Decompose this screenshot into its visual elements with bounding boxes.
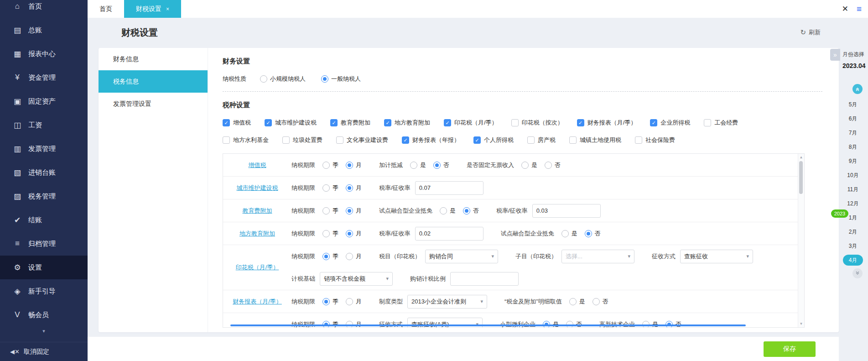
radio-option[interactable]: 否 — [463, 207, 479, 215]
rate-input[interactable] — [415, 181, 483, 195]
sidebar-item-purchase-sale[interactable]: ▧进销台账 — [0, 161, 88, 184]
month-item[interactable]: 3月 — [841, 239, 865, 253]
radio-unchecked-icon[interactable] — [322, 230, 330, 237]
sidebar-item-member[interactable]: V畅会员 — [0, 303, 88, 327]
radio-option[interactable]: 是 — [642, 320, 658, 328]
stamp-item-select[interactable]: 购销合同▾ — [425, 250, 498, 263]
month-item[interactable]: 9月 — [841, 154, 865, 168]
sidebar-item-fixed-assets[interactable]: ▣固定资产 — [0, 89, 88, 113]
tax-type-checkbox[interactable]: 地方教育附加 — [384, 119, 430, 127]
month-item[interactable]: 10月 — [841, 168, 865, 183]
radio-unchecked-icon[interactable] — [545, 162, 552, 169]
system-type-select[interactable]: 2013小企业会计准则▾ — [407, 295, 487, 309]
checkbox-checked-icon[interactable] — [577, 119, 584, 126]
sidebar-item-closing[interactable]: ✔结账 — [0, 208, 88, 232]
checkbox-unchecked-icon[interactable] — [282, 136, 290, 144]
radio-checked-icon[interactable] — [433, 162, 441, 169]
radio-option[interactable]: 否 — [593, 298, 608, 306]
checkbox-checked-icon[interactable] — [265, 119, 272, 126]
radio-option[interactable]: 否 — [433, 161, 449, 169]
checkbox-checked-icon[interactable] — [223, 119, 230, 126]
radio-option[interactable]: 否 — [665, 320, 681, 328]
tab-home[interactable]: 首页 — [88, 0, 124, 18]
checkbox-unchecked-icon[interactable] — [704, 119, 711, 126]
checkbox-checked-icon[interactable] — [473, 136, 481, 144]
month-item[interactable]: 6月 — [841, 112, 865, 126]
tax-type-checkbox[interactable]: 印花税（按次） — [511, 119, 563, 127]
checkbox-unchecked-icon[interactable] — [527, 136, 535, 144]
sidebar-item-salary[interactable]: ◫工资 — [0, 113, 88, 137]
radio-option[interactable]: 月 — [346, 320, 362, 328]
save-button[interactable]: 保存 — [764, 341, 816, 357]
month-item[interactable]: 12月 — [841, 197, 865, 211]
tax-base-select[interactable]: 销项不含税金额▾ — [320, 272, 393, 286]
radio-unchecked-icon[interactable] — [561, 230, 569, 237]
radio-option[interactable]: 否 — [566, 320, 582, 328]
radio-unchecked-icon[interactable] — [322, 162, 330, 169]
tax-type-checkbox[interactable]: 财务报表（年报） — [402, 136, 460, 144]
sidebar-item-funds[interactable]: ¥资金管理 — [0, 66, 88, 89]
radio-option[interactable]: 月 — [346, 230, 362, 238]
checkbox-unchecked-icon[interactable] — [635, 136, 642, 144]
menu-icon[interactable]: ≡ — [857, 4, 862, 14]
sidebar-item-report-center[interactable]: ▦报表中心 — [0, 42, 88, 66]
radio-unchecked-icon[interactable] — [260, 75, 267, 83]
radio-option[interactable]: 季 — [322, 207, 338, 215]
tax-type-checkbox[interactable]: 个人所得税 — [473, 136, 514, 144]
row-label-link[interactable]: 城市维护建设税 — [237, 184, 278, 192]
tax-type-checkbox[interactable]: 增值税 — [223, 119, 251, 127]
horizontal-scrollbar-thumb[interactable] — [230, 324, 746, 326]
radio-option[interactable]: 是 — [569, 298, 585, 306]
checkbox-unchecked-icon[interactable] — [511, 119, 519, 126]
radio-checked-icon[interactable] — [346, 230, 353, 237]
submenu-item-tax-info[interactable]: 税务信息 — [99, 70, 208, 93]
tax-type-checkbox[interactable]: 财务报表（月/季） — [577, 119, 637, 127]
refresh-button[interactable]: ↻ 刷新 — [800, 28, 821, 37]
radio-unchecked-icon[interactable] — [346, 298, 353, 305]
sidebar-item-invoice[interactable]: ▥发票管理 — [0, 137, 88, 161]
sidebar-scroll-down-icon[interactable]: ▾ — [0, 327, 88, 335]
sidebar-item-settings[interactable]: ⚙设置 — [0, 256, 88, 279]
radio-option[interactable]: 季 — [322, 320, 338, 328]
tax-type-checkbox[interactable]: 垃圾处置费 — [282, 136, 322, 144]
month-panel-collapse-icon[interactable]: » — [830, 49, 840, 61]
row-label-link[interactable]: 增值税 — [249, 161, 266, 169]
checkbox-checked-icon[interactable] — [384, 119, 391, 126]
radio-option[interactable]: 季 — [322, 230, 338, 238]
radio-option[interactable]: 是 — [410, 161, 426, 169]
radio-checked-icon[interactable] — [346, 207, 353, 215]
rate-input[interactable] — [532, 204, 601, 218]
rate-input[interactable] — [415, 227, 483, 241]
month-item[interactable]: 5月 — [841, 98, 865, 112]
month-item[interactable]: 2月 — [841, 225, 865, 239]
checkbox-checked-icon[interactable] — [330, 119, 338, 126]
close-icon[interactable]: ✕ — [842, 4, 848, 14]
checkbox-checked-icon[interactable] — [650, 119, 657, 126]
tab-close-icon[interactable]: × — [166, 6, 169, 12]
radio-unchecked-icon[interactable] — [521, 162, 529, 169]
tax-nature-radio-option[interactable]: 一般纳税人 — [321, 75, 361, 83]
submenu-item-invoice-settings[interactable]: 发票管理设置 — [99, 93, 208, 115]
radio-option[interactable]: 否 — [585, 230, 601, 238]
radio-unchecked-icon[interactable] — [322, 184, 330, 192]
radio-option[interactable]: 是 — [440, 207, 456, 215]
collect-method-select[interactable]: 查账征收▾ — [680, 250, 753, 263]
radio-checked-icon[interactable] — [322, 253, 330, 260]
radio-option[interactable]: 月 — [346, 161, 362, 169]
radio-checked-icon[interactable] — [322, 298, 330, 305]
radio-option[interactable]: 季 — [322, 298, 338, 306]
month-scroll-up-button[interactable] — [852, 84, 863, 94]
row-label-link[interactable]: 教育费附加 — [243, 207, 272, 215]
scroll-down-arrow-icon[interactable]: ▼ — [800, 322, 803, 326]
stamp-subitem-select[interactable]: 选择...▾ — [561, 250, 634, 263]
tax-type-checkbox[interactable]: 城镇土地使用税 — [569, 136, 621, 144]
radio-option[interactable]: 月 — [346, 184, 362, 192]
sidebar-item-home[interactable]: ⌂首页 — [0, 0, 88, 18]
radio-checked-icon[interactable] — [463, 207, 470, 215]
radio-option[interactable]: 是 — [543, 320, 559, 328]
radio-option[interactable]: 季 — [322, 184, 338, 192]
unpin-button[interactable]: ◀✕ 取消固定 — [0, 342, 88, 361]
tax-type-checkbox[interactable]: 印花税（月/季） — [444, 119, 498, 127]
month-item[interactable]: 11月 — [841, 183, 865, 197]
month-item[interactable]: 7月 — [841, 126, 865, 140]
